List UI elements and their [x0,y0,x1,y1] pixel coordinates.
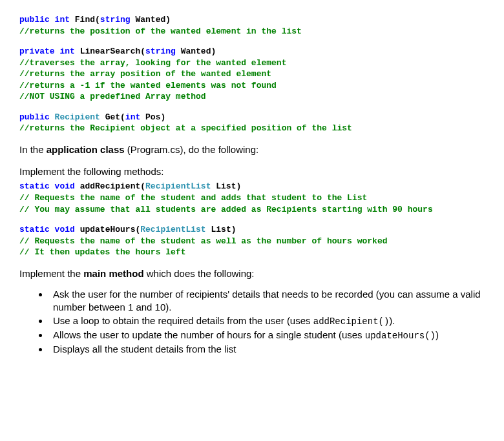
list-item: Use a loop to obtain the required detail… [49,314,485,328]
mono-text: updateHours() [365,331,436,341]
bold-text: main method [83,268,143,279]
list-item: Ask the user for the number of recipient… [49,288,485,314]
text: which does the following: [144,268,255,279]
method-name: LinearSearch( [75,46,145,56]
text: ) [436,329,439,340]
keyword: public int [19,15,70,25]
code-block-updatehours: static void updateHours(RecipientList Li… [19,224,485,258]
method-name: Find( [70,15,100,25]
keyword: static void [19,181,75,191]
keyword: string [145,46,176,56]
text: (Program.cs), do the following: [125,144,259,155]
method-name: addRecipient( [75,181,145,191]
param: List) [206,225,236,234]
text: Use a loop to obtain the required detail… [53,315,313,326]
main-method-list: Ask the user for the number of recipient… [49,288,485,356]
prose-implement-methods: Implement the following methods: [19,165,485,178]
code-block-addrecipient: static void addRecipient(RecipientList L… [19,181,485,215]
prose-main-method: Implement the main method which does the… [19,267,485,280]
param: Wanted) [176,46,216,56]
mono-text: addRecipient() [313,316,390,327]
comment: //returns a -1 if the wanted elements wa… [19,81,277,90]
comment: // It then updates the hours left [19,247,185,257]
comment: // Requests the name of the student and … [19,193,367,203]
text: Allows the user to update the number of … [53,329,365,340]
comment: // Requests the name of the student as w… [19,236,388,246]
list-item: Displays all the student details from th… [49,343,485,356]
text: In the [19,144,47,155]
bold-text: application class [47,144,125,155]
keyword: private int [19,46,75,56]
type: RecipientList [140,225,205,234]
text: Displays all the student details from th… [53,344,236,354]
comment: //returns the Recipient object at a spec… [19,123,352,133]
code-block-find: public int Find(string Wanted) //returns… [19,14,485,37]
text: Implement the [19,268,83,279]
text: Ask the user for the number of recipient… [53,289,481,313]
list-item: Allows the user to update the number of … [49,329,485,342]
param: Wanted) [131,15,171,25]
keyword: static void [19,225,75,234]
comment: //NOT USING a predefined Array method [19,92,206,101]
param: List) [211,181,241,191]
param: Pos) [140,112,165,122]
comment: //traverses the array, looking for the w… [19,58,286,68]
keyword: string [100,15,131,25]
method-name: updateHours( [75,225,140,234]
prose-application-class: In the application class (Program.cs), d… [19,143,485,156]
comment: //returns the position of the wanted ele… [19,26,302,36]
text: ). [389,315,395,326]
code-block-get: public Recipient Get(int Pos) //returns … [19,112,485,134]
method-name: Get( [100,112,125,122]
comment: //returns the array position of the want… [19,69,271,79]
type: Recipient [50,112,100,122]
keyword: int [125,112,140,122]
code-block-linearsearch: private int LinearSearch(string Wanted) … [19,46,485,103]
type: RecipientList [145,181,211,191]
keyword: public [19,112,50,122]
comment: // You may assume that all students are … [19,205,433,214]
